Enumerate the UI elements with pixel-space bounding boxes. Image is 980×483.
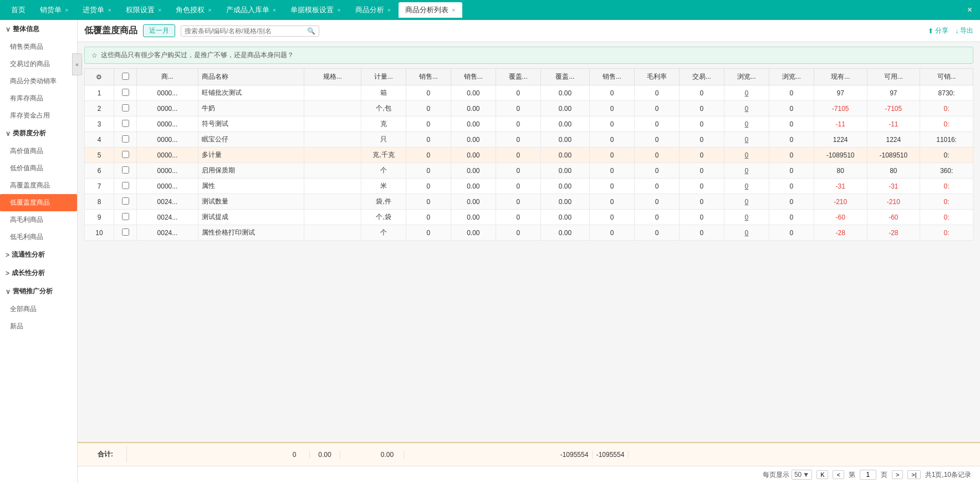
- tab-close-icon[interactable]: ×: [452, 7, 455, 13]
- cell-checkbox[interactable]: [114, 179, 136, 194]
- chevron-icon: ∨: [6, 288, 11, 296]
- cell-browse1[interactable]: 0: [724, 148, 769, 163]
- row-checkbox[interactable]: [122, 228, 129, 236]
- th-cover1: 覆盖...: [496, 69, 540, 85]
- sidebar-item[interactable]: 全部商品: [0, 301, 77, 318]
- sidebar-section-header[interactable]: >成长性分析: [0, 264, 77, 282]
- cell-avail: 80: [867, 163, 920, 179]
- sidebar-item[interactable]: 有库存商品: [0, 90, 77, 107]
- sidebar-section-header[interactable]: ∨类群度分析: [0, 124, 77, 143]
- sidebar-item[interactable]: 新品: [0, 318, 77, 335]
- sidebar-item[interactable]: 高价值商品: [0, 143, 77, 160]
- th-checkbox[interactable]: [114, 69, 136, 85]
- nav-tab[interactable]: 产成品入库单×: [220, 2, 283, 18]
- data-table: ⚙ 商... 商品名称 规格... 计量... 销售... 销售... 覆盖..…: [84, 68, 973, 241]
- tab-close-icon[interactable]: ×: [387, 7, 391, 13]
- cell-browse1[interactable]: 0: [724, 132, 769, 148]
- table-row: 7 0000... 属性 米 0 0.00 0 0.00 0 0 0 0 0 -…: [85, 179, 973, 194]
- cell-browse1[interactable]: 0: [724, 101, 769, 116]
- sidebar-item[interactable]: 高毛利商品: [0, 211, 77, 228]
- cell-sellable: 0:: [920, 101, 973, 116]
- cell-avail: -7105: [867, 101, 920, 116]
- row-checkbox[interactable]: [122, 135, 129, 143]
- page-number-input[interactable]: [860, 470, 876, 480]
- share-button[interactable]: ⬆ 分享: [928, 26, 948, 35]
- nav-tab[interactable]: 权限设置×: [119, 2, 168, 18]
- cell-checkbox[interactable]: [114, 225, 136, 241]
- row-checkbox[interactable]: [122, 166, 129, 174]
- sidebar-item[interactable]: 低价值商品: [0, 160, 77, 177]
- cell-checkbox[interactable]: [114, 210, 136, 225]
- cell-browse1[interactable]: 0: [724, 85, 769, 101]
- cell-browse1[interactable]: 0: [724, 194, 769, 210]
- export-button[interactable]: ↓ 导出: [955, 26, 973, 35]
- cell-spec: [304, 225, 361, 241]
- sidebar-item[interactable]: 低覆盖度商品: [0, 194, 77, 211]
- nav-tab[interactable]: 进货单×: [76, 2, 118, 18]
- sidebar-item[interactable]: 商品分类动销率: [0, 73, 77, 90]
- row-checkbox[interactable]: [122, 104, 129, 111]
- first-page-button[interactable]: K: [816, 470, 828, 479]
- next-page-button[interactable]: >: [892, 470, 903, 479]
- cell-sales1: 0: [406, 116, 451, 132]
- row-checkbox[interactable]: [122, 120, 129, 127]
- tab-close-icon[interactable]: ×: [208, 7, 211, 13]
- cell-browse1[interactable]: 0: [724, 116, 769, 132]
- cell-sales3: 0: [590, 163, 635, 179]
- cell-browse1[interactable]: 0: [724, 225, 769, 241]
- cell-current: -28: [814, 225, 867, 241]
- row-checkbox[interactable]: [122, 197, 129, 205]
- tab-close-icon[interactable]: ×: [158, 7, 161, 13]
- sidebar-item[interactable]: 高覆盖度商品: [0, 177, 77, 194]
- nav-tab[interactable]: 商品分析列表×: [399, 2, 462, 18]
- sidebar-item[interactable]: 销售类商品: [0, 38, 77, 55]
- prev-page-button[interactable]: <: [833, 470, 844, 479]
- cell-sales2: 0.00: [451, 194, 496, 210]
- last-page-button[interactable]: >|: [907, 470, 920, 479]
- cell-checkbox[interactable]: [114, 116, 136, 132]
- cell-checkbox[interactable]: [114, 85, 136, 101]
- cell-checkbox[interactable]: [114, 194, 136, 210]
- cell-name: 属性: [198, 179, 304, 194]
- sidebar-collapse-btn[interactable]: «: [72, 53, 82, 75]
- row-checkbox[interactable]: [122, 89, 129, 96]
- cell-checkbox[interactable]: [114, 148, 136, 163]
- cell-sales2: 0.00: [451, 85, 496, 101]
- cell-browse1[interactable]: 0: [724, 163, 769, 179]
- tab-close-icon[interactable]: ×: [273, 7, 276, 13]
- cell-browse1[interactable]: 0: [724, 210, 769, 225]
- cell-sales3: 0: [590, 85, 635, 101]
- cell-sales3: 0: [590, 148, 635, 163]
- tab-close-icon[interactable]: ×: [65, 7, 68, 13]
- nav-tab[interactable]: 角色授权×: [169, 2, 218, 18]
- cell-checkbox[interactable]: [114, 101, 136, 116]
- sidebar-section-header[interactable]: >流通性分析: [0, 246, 77, 264]
- cell-browse1[interactable]: 0: [724, 179, 769, 194]
- close-all-tabs[interactable]: ×: [964, 5, 976, 15]
- filter-button[interactable]: 近一月: [143, 24, 175, 37]
- row-checkbox[interactable]: [122, 213, 129, 220]
- nav-tab[interactable]: 商品分析×: [349, 2, 397, 18]
- sidebar-section-header[interactable]: ∨整体信息: [0, 20, 77, 38]
- th-browse2: 浏览...: [769, 69, 814, 85]
- th-settings[interactable]: ⚙: [85, 69, 114, 85]
- cell-checkbox[interactable]: [114, 163, 136, 179]
- cell-name: 多计量: [198, 148, 304, 163]
- sidebar-item[interactable]: 库存资金占用: [0, 107, 77, 124]
- search-input[interactable]: [185, 27, 305, 35]
- sidebar-section-header[interactable]: ∨营销推广分析: [0, 282, 77, 301]
- cell-spec: [304, 148, 361, 163]
- cell-checkbox[interactable]: [114, 132, 136, 148]
- tab-close-icon[interactable]: ×: [108, 7, 111, 13]
- cell-avail: -1089510: [867, 148, 920, 163]
- tab-close-icon[interactable]: ×: [337, 7, 340, 13]
- nav-tab[interactable]: 单据模板设置×: [284, 2, 347, 18]
- sidebar-item[interactable]: 低毛利商品: [0, 228, 77, 246]
- nav-tab[interactable]: 首页: [4, 2, 32, 18]
- nav-tab[interactable]: 销货单×: [33, 2, 75, 18]
- per-page-dropdown[interactable]: 50 ▼: [792, 470, 812, 480]
- sidebar-item[interactable]: 交易过的商品: [0, 55, 77, 73]
- row-checkbox[interactable]: [122, 182, 129, 189]
- select-all-checkbox[interactable]: [122, 73, 129, 80]
- row-checkbox[interactable]: [122, 151, 129, 158]
